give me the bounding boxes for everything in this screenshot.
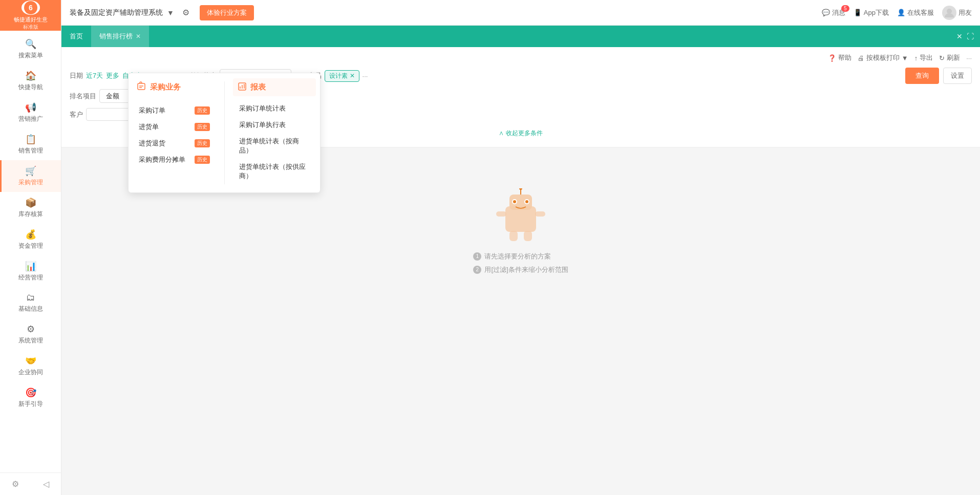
logo-icon: 6 <box>22 1 40 15</box>
sidebar-item-inventory[interactable]: 📦 库存核算 <box>0 192 61 224</box>
sidebar-item-basicinfo[interactable]: 🗂 基础信息 <box>0 287 61 318</box>
tab-close-all-btn[interactable]: ✕ <box>956 32 963 40</box>
dropdown-item-inbound-return[interactable]: 进货退货 历史 <box>137 135 212 152</box>
dropdown-item-purchase-expense[interactable]: 采购费用分摊单 历史 <box>137 152 212 168</box>
sidebar-item-newguide[interactable]: 🎯 新手引导 <box>0 382 61 414</box>
tab-home[interactable]: 首页 <box>61 26 91 47</box>
dropdown-item-inbound-stat-supplier[interactable]: 进货单统计表（按供应商） <box>237 159 312 184</box>
history-badge-1: 历史 <box>195 123 210 131</box>
tab-home-label: 首页 <box>70 32 83 41</box>
system-title-area: 装备及固定资产辅助管理系统 ▼ ⚙ 体验行业方案 <box>70 5 822 20</box>
dropdown-item-inbound[interactable]: 进货单 历史 <box>137 119 212 135</box>
top-right: 💬 消息 5 📱 App下载 👤 在线客服 用友 <box>822 6 972 20</box>
settings-btn[interactable]: 设置 <box>943 68 972 84</box>
system-title-text: 装备及固定资产辅助管理系统 <box>70 8 163 17</box>
sidebar-settings-btn[interactable]: ⚙ <box>12 479 19 489</box>
help-icon: ❓ <box>828 54 836 62</box>
tab-sales-rank-label: 销售排行榜 <box>99 32 133 41</box>
dropdown-divider <box>224 81 225 184</box>
industry-btn[interactable]: 体验行业方案 <box>200 5 254 20</box>
svg-rect-11 <box>509 231 518 241</box>
system-settings-btn[interactable]: ⚙ <box>182 8 189 17</box>
purchase-icon: 🛒 <box>25 165 36 177</box>
svg-point-8 <box>525 200 528 203</box>
tab-bar: 首页 销售排行榜 ✕ ✕ ⛶ <box>61 26 980 47</box>
sidebar-item-sales[interactable]: 📋 销售管理 <box>0 128 61 160</box>
sidebar-bottom: ⚙ ◁ <box>0 472 61 495</box>
tab-fullscreen-btn[interactable]: ⛶ <box>967 32 974 40</box>
logo-title: 畅捷通好生意 <box>14 16 48 24</box>
tab-sales-rank[interactable]: 销售排行榜 ✕ <box>91 26 149 47</box>
online-service-label: 在线客服 <box>907 8 934 17</box>
sidebar-label-finance: 资金管理 <box>18 242 43 250</box>
refresh-label: 刷新 <box>947 53 960 62</box>
goods-tag-text: 设计素 <box>329 72 348 80</box>
sidebar-label-purchase: 采购管理 <box>18 178 43 187</box>
tab-close-btn[interactable]: ✕ <box>136 33 141 40</box>
collapse-label: 收起更多条件 <box>506 130 543 137</box>
export-btn[interactable]: ↑ 导出 <box>914 53 933 62</box>
svg-rect-9 <box>496 211 506 217</box>
filter-toolbar: ❓ 帮助 🖨 按模板打印 ▼ ↑ 导出 ↻ 刷新 <box>70 53 972 62</box>
dropdown-col-purchase-title: 采购业务 <box>137 81 212 96</box>
user-label: 用友 <box>958 8 972 17</box>
dropdown-col-reports-title: 报表 <box>233 78 316 96</box>
print-label: 按模板打印 <box>866 53 900 62</box>
sidebar-item-purchase[interactable]: 🛒 采购管理 <box>0 160 61 192</box>
service-icon: 👤 <box>897 9 905 16</box>
basicinfo-icon: 🗂 <box>26 292 35 303</box>
refresh-btn[interactable]: ↻ 刷新 <box>939 53 960 62</box>
svg-point-2 <box>947 9 952 14</box>
sidebar-item-search[interactable]: 🔍 搜索菜单 <box>0 33 61 65</box>
history-badge-2: 历史 <box>195 139 210 147</box>
sidebar-item-system[interactable]: ⚙ 系统管理 <box>0 318 61 350</box>
customer-label: 客户 <box>70 110 83 119</box>
sidebar-label-enterprise: 企业协同 <box>18 368 43 377</box>
sidebar-item-quicknav[interactable]: 🏠 快捷导航 <box>0 65 61 97</box>
dropdown-item-purchase-order[interactable]: 采购订单 历史 <box>137 102 212 119</box>
empty-tips: 1 请先选择要分析的方案 2 用[过滤]条件来缩小分析范围 <box>473 250 568 276</box>
tab-right-btns: ✕ ⛶ <box>950 32 980 40</box>
sidebar-label-sales: 销售管理 <box>18 146 43 155</box>
reports-col-icon <box>237 81 247 93</box>
sidebar: 6 畅捷通好生意 标准版 🔍 搜索菜单 🏠 快捷导航 📢 营销推广 📋 销售管理… <box>0 0 61 495</box>
date-preset-more[interactable]: 更多 <box>106 71 119 80</box>
more-actions-btn[interactable]: ··· <box>966 54 972 62</box>
system-dropdown-btn[interactable]: ▼ <box>167 9 174 17</box>
system-icon: ⚙ <box>27 324 35 335</box>
dropdown-item-purchase-order-exec[interactable]: 采购订单执行表 <box>237 117 312 133</box>
dropdown-col-reports: 报表 采购订单统计表 采购订单执行表 进货单统计表（按商品） 进货单统计表（按供… <box>237 81 312 184</box>
messages-btn[interactable]: 💬 消息 5 <box>822 8 845 17</box>
goods-tag-close[interactable]: ✕ <box>350 72 355 79</box>
print-btn[interactable]: 🖨 按模板打印 ▼ <box>858 53 908 62</box>
help-btn[interactable]: ❓ 帮助 <box>828 53 851 62</box>
empty-tip-1: 1 请先选择要分析的方案 <box>473 250 568 263</box>
export-label: 导出 <box>920 53 933 62</box>
messages-badge: 5 <box>841 5 849 12</box>
goods-more[interactable]: ··· <box>363 72 368 80</box>
sidebar-item-marketing[interactable]: 📢 营销推广 <box>0 97 61 128</box>
sidebar-label-operations: 经营管理 <box>18 273 43 282</box>
date-preset-7days[interactable]: 近7天 <box>86 71 103 80</box>
svg-rect-3 <box>505 206 536 232</box>
refresh-icon: ↻ <box>939 54 945 62</box>
sidebar-label-system: 系统管理 <box>18 336 43 345</box>
query-btn[interactable]: 查询 <box>905 68 939 84</box>
enterprise-icon: 🤝 <box>25 355 36 367</box>
online-service-btn[interactable]: 👤 在线客服 <box>897 8 934 17</box>
user-area[interactable]: 用友 <box>942 6 972 20</box>
dropdown-item-purchase-order-stat[interactable]: 采购订单统计表 <box>237 100 312 117</box>
message-icon: 💬 <box>822 9 830 16</box>
dropdown-item-inbound-stat-goods[interactable]: 进货单统计表（按商品） <box>237 133 312 159</box>
inventory-icon: 📦 <box>25 197 36 208</box>
empty-tip-2-text: 用[过滤]条件来缩小分析范围 <box>484 263 568 276</box>
print-dropdown-icon: ▼ <box>902 54 908 62</box>
sidebar-item-enterprise[interactable]: 🤝 企业协同 <box>0 350 61 382</box>
sidebar-item-finance[interactable]: 💰 资金管理 <box>0 224 61 255</box>
sidebar-collapse-btn[interactable]: ◁ <box>43 479 49 489</box>
empty-illustration <box>495 188 546 240</box>
sidebar-item-operations[interactable]: 📊 经营管理 <box>0 255 61 287</box>
sales-icon: 📋 <box>25 134 36 145</box>
content-area: ❓ 帮助 🖨 按模板打印 ▼ ↑ 导出 ↻ 刷新 <box>61 47 980 495</box>
app-download-btn[interactable]: 📱 App下载 <box>854 8 889 17</box>
